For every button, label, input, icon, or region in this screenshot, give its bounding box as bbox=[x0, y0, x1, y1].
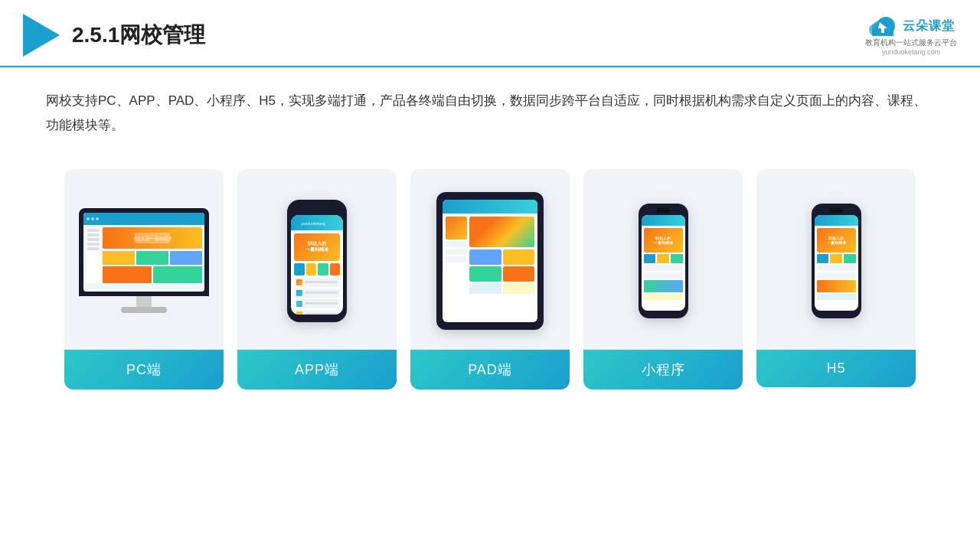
card-label-pc: PC端 bbox=[64, 350, 224, 390]
phone-item bbox=[294, 289, 340, 298]
tablet-right bbox=[469, 217, 534, 294]
phone-items bbox=[294, 278, 340, 315]
screen-content: 职达人的一量到精准 bbox=[83, 213, 204, 292]
tablet-grid bbox=[469, 249, 534, 282]
phone-h5-screen: 职达人的一量到精准 bbox=[815, 215, 858, 311]
phone-h5-camera bbox=[829, 208, 843, 213]
tablet-device bbox=[436, 192, 544, 330]
svg-text:yunduoketang: yunduoketang bbox=[301, 221, 325, 226]
card-pad: PAD端 bbox=[410, 169, 570, 390]
pc-monitor: 职达人的一量到精准 bbox=[79, 208, 209, 313]
svg-text:职达人的一量到精准: 职达人的一量到精准 bbox=[133, 236, 172, 241]
screen-banner: 职达人的一量到精准 bbox=[103, 227, 202, 249]
card-h5: 职达人的一量到精准 H5 bbox=[756, 169, 916, 390]
card-label-pad: PAD端 bbox=[410, 350, 570, 390]
brand-logo-icon: 云朵课堂 bbox=[867, 15, 955, 37]
monitor-stand-neck bbox=[136, 296, 152, 307]
card-label-app: APP端 bbox=[237, 350, 397, 390]
phone-screen-header: yunduoketang bbox=[291, 215, 343, 230]
screen-sidebar bbox=[86, 227, 101, 283]
header: 2.5.1网校管理 云朵课堂 教育机构一站式服务云平台 yunduoketang… bbox=[0, 0, 980, 67]
card-app: yunduoketang 职达人的一量到精准 bbox=[237, 169, 397, 390]
header-left: 2.5.1网校管理 bbox=[23, 14, 205, 57]
header-right: 云朵课堂 教育机构一站式服务云平台 yunduoketang.com bbox=[865, 15, 957, 56]
phone-screen-body: 职达人的一量到精准 bbox=[291, 230, 343, 315]
device-miniprogram: 职达人的一量到精准 bbox=[594, 184, 732, 337]
phone-h5: 职达人的一量到精准 bbox=[812, 204, 861, 318]
device-h5: 职达人的一量到精准 bbox=[767, 184, 905, 337]
device-pad bbox=[421, 184, 559, 337]
card-label-miniprogram: 小程序 bbox=[583, 350, 743, 390]
screen-dot bbox=[96, 217, 99, 220]
screen-main: 职达人的一量到精准 bbox=[103, 227, 202, 283]
device-pc: 职达人的一量到精准 bbox=[75, 184, 213, 337]
phone-small: 职达人的一量到精准 bbox=[639, 204, 688, 318]
phone-small-screen: 职达人的一量到精准 bbox=[642, 215, 685, 311]
brand-tagline: 教育机构一站式服务云平台 bbox=[865, 37, 957, 48]
phone-item bbox=[294, 299, 340, 308]
phone-item bbox=[294, 278, 340, 287]
card-miniprogram: 职达人的一量到精准 小程序 bbox=[583, 169, 743, 390]
device-app: yunduoketang 职达人的一量到精准 bbox=[248, 184, 386, 337]
monitor-screen: 职达人的一量到精准 bbox=[83, 213, 204, 292]
brand-name: 云朵课堂 bbox=[903, 18, 955, 34]
page-title: 2.5.1网校管理 bbox=[72, 21, 205, 50]
logo-triangle-icon bbox=[23, 14, 60, 57]
cards-container: 职达人的一量到精准 bbox=[0, 154, 980, 405]
screen-header-bar bbox=[83, 213, 204, 225]
brand-logo: 云朵课堂 教育机构一站式服务云平台 yunduoketang.com bbox=[865, 15, 957, 56]
description-text: 网校支持PC、APP、PAD、小程序、H5，实现多端打通，产品各终端自由切换，数… bbox=[0, 67, 980, 154]
tablet-body bbox=[443, 214, 537, 297]
monitor-stand-base bbox=[121, 307, 167, 313]
card-label-h5: H5 bbox=[756, 350, 916, 387]
screen-cards bbox=[103, 251, 202, 265]
monitor-outer: 职达人的一量到精准 bbox=[79, 208, 209, 296]
phone-banner-text: 职达人的一量到精准 bbox=[305, 241, 328, 253]
phone-camera bbox=[656, 208, 670, 213]
phone-device: yunduoketang 职达人的一量到精准 bbox=[287, 200, 347, 322]
screen-body: 职达人的一量到精准 bbox=[83, 225, 204, 285]
phone-banner: 职达人的一量到精准 bbox=[294, 233, 340, 261]
phone-item bbox=[294, 310, 340, 315]
tablet-screen bbox=[443, 200, 537, 322]
screen-dot bbox=[87, 217, 90, 220]
card-pc: 职达人的一量到精准 bbox=[64, 169, 224, 390]
phone-screen: yunduoketang 职达人的一量到精准 bbox=[291, 215, 343, 315]
description-paragraph: 网校支持PC、APP、PAD、小程序、H5，实现多端打通，产品各终端自由切换，数… bbox=[46, 89, 934, 139]
tablet-banner bbox=[469, 217, 534, 247]
cloud-icon bbox=[867, 15, 898, 37]
brand-url: yunduoketang.com bbox=[882, 48, 940, 56]
phone-notch bbox=[308, 206, 326, 212]
screen-dot bbox=[91, 217, 94, 220]
tablet-header bbox=[443, 200, 537, 214]
tablet-left bbox=[446, 217, 467, 294]
